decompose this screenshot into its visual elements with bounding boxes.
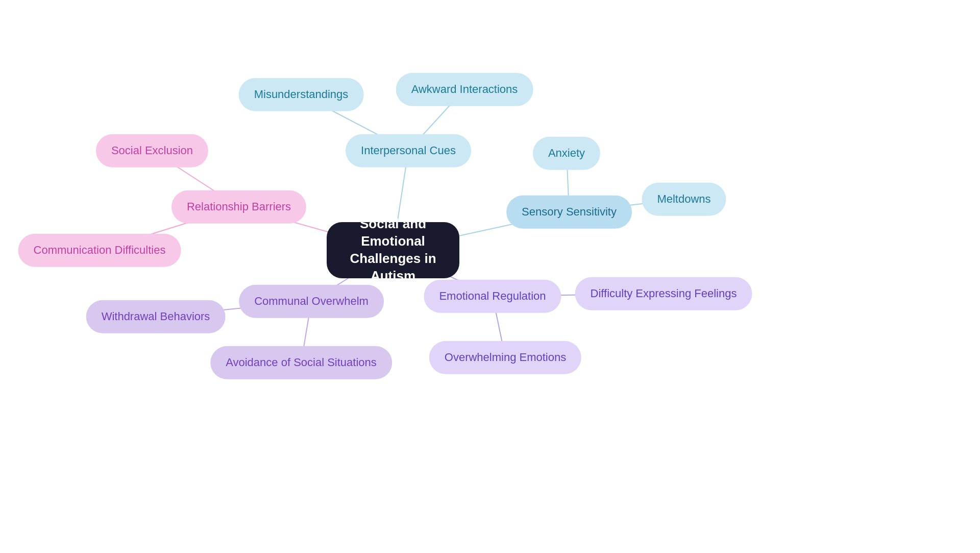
node-relationship[interactable]: Relationship Barriers — [172, 190, 306, 224]
node-difficulty_expr[interactable]: Difficulty Expressing Feelings — [575, 277, 752, 310]
node-avoidance[interactable]: Avoidance of Social Situations — [210, 346, 392, 379]
node-meltdowns[interactable]: Meltdowns — [642, 183, 726, 216]
node-social_exclusion[interactable]: Social Exclusion — [96, 134, 208, 167]
node-anxiety[interactable]: Anxiety — [533, 137, 600, 170]
node-misunderstandings[interactable]: Misunderstandings — [239, 78, 364, 111]
node-communication[interactable]: Communication Difficulties — [18, 234, 181, 267]
node-sensory[interactable]: Sensory Sensitivity — [506, 196, 632, 229]
node-awkward[interactable]: Awkward Interactions — [396, 73, 533, 106]
node-overwhelming[interactable]: Overwhelming Emotions — [429, 341, 581, 374]
mindmap-canvas: Social and Emotional Challenges in Autis… — [0, 0, 980, 553]
node-interpersonal[interactable]: Interpersonal Cues — [346, 134, 471, 167]
node-center[interactable]: Social and Emotional Challenges in Autis… — [327, 222, 459, 278]
node-emotional_reg[interactable]: Emotional Regulation — [424, 280, 561, 313]
node-withdrawal[interactable]: Withdrawal Behaviors — [86, 300, 226, 333]
node-communal[interactable]: Communal Overwhelm — [239, 285, 384, 318]
